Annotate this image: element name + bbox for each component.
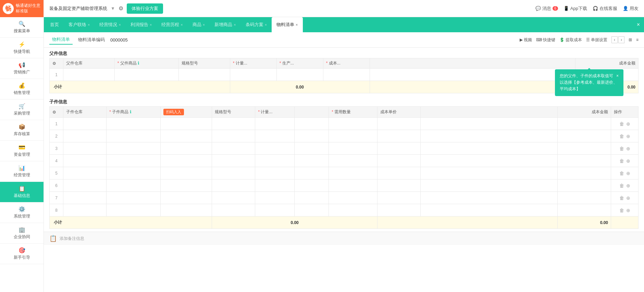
child-price-2[interactable] [377,130,421,142]
tab-new-goods-close[interactable]: × [234,23,236,27]
child-spec-7[interactable] [212,192,255,204]
sub-tab-bom-code[interactable]: 物料清单编码 [75,35,108,44]
child-warehouse-7[interactable] [63,192,107,204]
child-qty-6[interactable] [329,179,377,192]
tab-profit-close[interactable]: × [150,23,152,27]
tab-operations[interactable]: 经营情况 × [95,17,125,32]
parent-cost-cell[interactable] [323,69,370,81]
tab-goods[interactable]: 商品 × [188,17,210,32]
child-qty-4[interactable] [329,155,377,167]
sidebar-item-system[interactable]: ⚙️ 系统管理 [0,202,44,223]
child-spec-5[interactable] [212,167,255,179]
child-unit-8[interactable] [255,204,295,217]
sub-tab-bom[interactable]: 物料清单 [49,35,73,45]
delete-icon[interactable]: 🗑 [619,208,624,213]
sidebar-item-inventory[interactable]: 📦 库存核算 [0,120,44,141]
child-unit-1[interactable] [255,118,295,130]
child-warehouse-3[interactable] [63,142,107,155]
child-goods-5[interactable] [107,167,161,179]
child-goods-4[interactable] [107,155,161,167]
child-unit-4[interactable] [255,155,295,167]
child-unit-2[interactable] [255,130,295,142]
tab-goods-close[interactable]: × [203,23,205,27]
parent-col-gear[interactable]: ⚙ [50,58,63,69]
parent-spec-cell[interactable] [179,69,230,81]
tab-customer-close[interactable]: × [88,23,90,27]
sidebar-item-search[interactable]: 🔍 搜索菜单 [0,17,44,38]
child-warehouse-4[interactable] [63,155,107,167]
tab-barcode[interactable]: 条码方案 × [241,17,272,32]
tab-customer[interactable]: 客户联络 × [64,17,95,32]
child-price-8[interactable] [377,204,421,217]
copy-icon[interactable]: ⊕ [626,158,630,164]
child-unit-3[interactable] [255,142,295,155]
child-spec-4[interactable] [212,155,255,167]
child-price-6[interactable] [377,179,421,192]
parent-goods-cell[interactable] [114,69,178,81]
copy-icon[interactable]: ⊕ [626,146,630,151]
copy-icon[interactable]: ⊕ [626,121,630,127]
child-price-1[interactable] [377,118,421,130]
bottom-bar-text[interactable]: 添加备注信息 [60,236,84,242]
tab-new-goods[interactable]: 新增商品 × [210,17,240,32]
scan-button[interactable]: 扫码入入 [163,109,184,115]
child-spec-8[interactable] [212,204,255,217]
delete-icon[interactable]: 🗑 [619,195,624,201]
child-unit-5[interactable] [255,167,295,179]
parent-produce-cell[interactable] [276,69,323,81]
delete-icon[interactable]: 🗑 [619,146,624,151]
child-spec-3[interactable] [212,142,255,155]
child-goods-1[interactable] [107,118,161,130]
child-goods-8[interactable] [107,204,161,217]
copy-icon[interactable]: ⊕ [626,195,630,201]
delete-icon[interactable]: 🗑 [619,133,624,139]
copy-icon[interactable]: ⊕ [626,208,630,213]
sidebar-item-newbie[interactable]: 🎯 新手引导 [0,244,44,264]
child-spec-2[interactable] [212,130,255,142]
child-warehouse-8[interactable] [63,204,107,217]
child-price-4[interactable] [377,155,421,167]
tab-profit[interactable]: 利润报告 × [126,17,157,32]
child-warehouse-6[interactable] [63,179,107,192]
child-qty-8[interactable] [329,204,377,217]
sidebar-item-enterprise[interactable]: 🏢 企业协同 [0,223,44,244]
sidebar-item-quicknav[interactable]: ⚡ 快捷导航 [0,38,44,58]
copy-icon[interactable]: ⊕ [626,183,630,188]
sidebar-item-purchase[interactable]: 🛒 采购管理 [0,100,44,120]
tooltip-close[interactable]: × [616,73,619,79]
tab-history[interactable]: 经营历程 × [157,17,187,32]
doc-settings-action[interactable]: ☰ 单据设置 [586,37,607,43]
grid-view-icon[interactable]: ⊞ [629,37,632,42]
online-service-item[interactable]: 🎧 在线客服 [593,5,617,12]
copy-icon[interactable]: ⊕ [626,171,630,176]
sidebar-item-basicinfo[interactable]: 📋 基础信息 [0,182,44,202]
child-goods-7[interactable] [107,192,161,204]
child-price-5[interactable] [377,167,421,179]
copy-icon[interactable]: ⊕ [626,133,630,139]
delete-icon[interactable]: 🗑 [619,121,624,127]
message-item[interactable]: 💬 消息 6 [535,5,558,12]
tab-home[interactable]: 首页 [45,17,64,32]
parent-warehouse-cell[interactable] [63,69,115,81]
parent-unit-cell[interactable] [230,69,276,81]
child-qty-7[interactable] [329,192,377,204]
child-warehouse-2[interactable] [63,130,107,142]
list-view-icon[interactable]: ≡ [636,37,639,42]
delete-icon[interactable]: 🗑 [619,171,624,176]
child-unit-6[interactable] [255,179,295,192]
sidebar-item-operations[interactable]: 📊 经营管理 [0,161,44,182]
child-goods-6[interactable] [107,179,161,192]
child-price-3[interactable] [377,142,421,155]
child-goods-2[interactable] [107,130,161,142]
topbar-dropdown-icon[interactable]: ▼ [111,6,115,11]
shortcut-action[interactable]: ⌨ 快捷键 [536,37,555,43]
close-all-tabs[interactable]: × [634,22,643,28]
app-download-item[interactable]: 📱 App下载 [564,5,587,12]
child-warehouse-5[interactable] [63,167,107,179]
tab-bom[interactable]: 物料清单 × [272,17,302,32]
tab-barcode-close[interactable]: × [265,23,267,27]
child-col-gear[interactable]: ⚙ [50,107,63,118]
delete-icon[interactable]: 🗑 [619,183,624,188]
tab-history-close[interactable]: × [181,23,183,27]
next-arrow[interactable]: › [618,36,624,43]
